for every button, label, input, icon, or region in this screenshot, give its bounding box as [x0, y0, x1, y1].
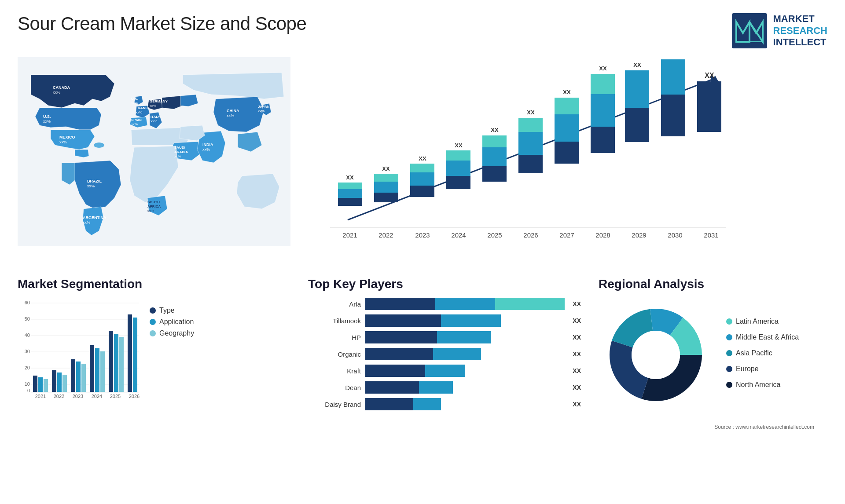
svg-rect-54 [446, 161, 470, 176]
svg-rect-67 [555, 98, 579, 114]
player-name: Dean [308, 384, 361, 391]
middle-east-dot [726, 334, 732, 340]
svg-text:xx%: xx% [227, 113, 234, 118]
svg-text:INDIA: INDIA [202, 142, 213, 147]
north-america-dot [726, 382, 732, 388]
svg-rect-43 [338, 183, 362, 189]
player-tillamook: Tillamook XX [308, 314, 581, 327]
svg-rect-61 [518, 155, 543, 173]
svg-text:ARABIA: ARABIA [174, 150, 188, 154]
bar-chart-section: XX XX XX XX XX [299, 53, 832, 264]
world-map: CANADA xx% U.S. xx% MEXICO xx% BRAZIL xx… [18, 57, 282, 246]
svg-text:XX: XX [633, 62, 641, 68]
application-dot [150, 319, 156, 325]
svg-text:60: 60 [25, 300, 30, 305]
latin-america-dot [726, 318, 732, 325]
svg-text:2029: 2029 [632, 231, 646, 239]
top-content-grid: CANADA xx% U.S. xx% MEXICO xx% BRAZIL xx… [0, 53, 845, 268]
svg-text:FRANCE: FRANCE [136, 106, 151, 110]
svg-rect-42 [338, 189, 362, 198]
asia-pacific-dot [726, 350, 732, 356]
svg-text:20: 20 [25, 365, 30, 370]
svg-point-5 [94, 142, 104, 148]
svg-text:U.K.: U.K. [131, 97, 138, 101]
logo-text: MARKET RESEARCH INTELLECT [773, 13, 827, 48]
svg-text:SOUTH: SOUTH [147, 200, 160, 204]
geography-dot [150, 330, 156, 336]
players-section: Top Key Players Arla XX Tillamook XX HP [304, 273, 585, 419]
svg-text:0: 0 [27, 388, 30, 393]
svg-text:XX: XX [455, 142, 463, 149]
legend-north-america: North America [726, 381, 799, 389]
map-section: CANADA xx% U.S. xx% MEXICO xx% BRAZIL xx… [13, 53, 295, 264]
svg-text:JAPAN: JAPAN [258, 105, 270, 109]
svg-text:50: 50 [25, 316, 30, 321]
svg-text:xx%: xx% [87, 184, 95, 188]
svg-text:2025: 2025 [110, 394, 121, 399]
svg-text:xx%: xx% [53, 90, 60, 95]
svg-text:xx%: xx% [174, 154, 181, 158]
regional-title: Regional Analysis [599, 277, 827, 291]
player-bar [365, 398, 565, 410]
svg-rect-45 [374, 193, 398, 202]
svg-rect-53 [446, 176, 470, 189]
legend-middle-east: Middle East & Africa [726, 333, 799, 341]
svg-text:xx%: xx% [131, 101, 138, 105]
svg-text:XX: XX [419, 155, 426, 162]
bar-chart: XX XX XX XX XX [308, 57, 823, 242]
segmentation-title: Market Segmentation [18, 277, 290, 291]
svg-rect-88 [661, 95, 685, 136]
svg-text:XX: XX [563, 89, 571, 95]
player-bar [365, 348, 565, 360]
player-bar [365, 298, 565, 310]
player-xx: XX [573, 334, 581, 341]
player-name: Daisy Brand [308, 401, 361, 408]
svg-text:BRAZIL: BRAZIL [87, 179, 102, 183]
svg-rect-49 [410, 186, 434, 197]
donut-chart [599, 298, 713, 412]
bottom-grid: Market Segmentation 60 50 40 30 20 10 0 [0, 273, 845, 419]
segmentation-chart: 60 50 40 30 20 10 0 [18, 298, 141, 399]
svg-text:2024: 2024 [92, 394, 102, 399]
svg-text:2031: 2031 [704, 231, 718, 239]
svg-rect-57 [482, 166, 507, 182]
player-xx: XX [573, 300, 581, 307]
legend-latin-america: Latin America [726, 318, 799, 325]
svg-text:2022: 2022 [378, 231, 393, 239]
page-title: Sour Cream Market Size and Scope [18, 13, 306, 34]
svg-text:XX: XX [599, 65, 607, 72]
svg-rect-112 [57, 373, 62, 392]
svg-text:xx%: xx% [258, 109, 265, 113]
svg-rect-86 [625, 70, 649, 108]
svg-text:xx%: xx% [202, 147, 210, 152]
player-name: HP [308, 334, 361, 341]
svg-rect-89 [661, 59, 685, 95]
svg-text:U.S.: U.S. [43, 114, 51, 119]
legend-application: Application [150, 318, 194, 326]
player-xx: XX [573, 317, 581, 324]
player-bar [365, 331, 565, 343]
svg-text:2026: 2026 [129, 394, 140, 399]
svg-rect-114 [71, 359, 75, 392]
player-name: Organic [308, 351, 361, 358]
source-text: Source : www.marketresearchintellect.com [714, 424, 827, 430]
svg-rect-55 [446, 150, 470, 161]
svg-rect-50 [410, 172, 434, 186]
svg-rect-59 [482, 135, 507, 147]
svg-text:2028: 2028 [595, 231, 610, 239]
player-arla: Arla XX [308, 298, 581, 310]
svg-text:2023: 2023 [415, 231, 430, 239]
svg-text:2021: 2021 [342, 231, 357, 239]
svg-rect-85 [625, 108, 649, 142]
svg-rect-117 [90, 345, 94, 392]
svg-text:2025: 2025 [487, 231, 502, 239]
svg-text:XX: XX [669, 57, 677, 58]
segmentation-section: Market Segmentation 60 50 40 30 20 10 0 [13, 273, 295, 419]
svg-text:10: 10 [25, 381, 30, 387]
svg-text:MEXICO: MEXICO [59, 135, 75, 139]
svg-rect-91 [697, 81, 721, 132]
svg-text:xx%: xx% [43, 119, 51, 124]
player-dean: Dean XX [308, 381, 581, 394]
svg-rect-65 [555, 142, 579, 164]
svg-text:40: 40 [25, 332, 30, 338]
